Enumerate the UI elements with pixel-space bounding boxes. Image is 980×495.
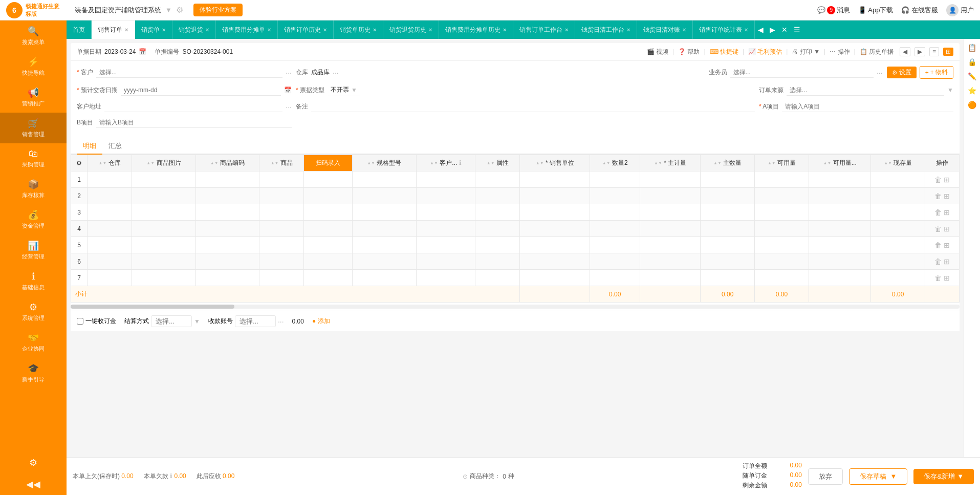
row-action[interactable]: 🗑 ⊞ (925, 188, 960, 204)
row-attr[interactable] (475, 171, 520, 188)
row-product[interactable] (259, 204, 304, 221)
row-attr[interactable] (475, 204, 520, 221)
sidebar-item-enterprise[interactable]: 🤝 企业协同 (0, 327, 67, 358)
right-panel-lock[interactable]: 🔒 (966, 55, 979, 69)
row-customer-code[interactable] (416, 253, 475, 270)
tab-close-icon[interactable]: ✕ (564, 27, 569, 33)
add-link[interactable]: ● 添加 (312, 317, 330, 326)
b-project-input[interactable] (96, 117, 292, 128)
address-input[interactable] (104, 101, 282, 112)
sidebar-collapse-button[interactable]: ◀◀ (0, 474, 67, 495)
one-click-order-checkbox[interactable]: 一键收订金 (77, 317, 116, 326)
row-unit[interactable] (520, 204, 590, 221)
view-toggle-form[interactable]: ⊞ (943, 48, 953, 56)
tab-close-all-button[interactable]: ✕ (778, 26, 791, 34)
row-warehouse[interactable] (88, 204, 132, 221)
sidebar-item-guide[interactable]: 🎓 新手引导 (0, 358, 67, 389)
a-project-input[interactable] (782, 101, 953, 112)
row-attr[interactable] (475, 270, 520, 286)
row-action[interactable]: 🗑 ⊞ (925, 270, 960, 286)
action-video[interactable]: 🎬 视频 (647, 48, 668, 56)
col-settings[interactable]: ⚙ (71, 155, 88, 171)
row-code[interactable] (195, 204, 259, 221)
row-delete-icon[interactable]: 🗑 (934, 192, 942, 200)
row-qty2[interactable] (590, 253, 640, 270)
row-code[interactable] (195, 237, 259, 253)
tab-daily-workbench[interactable]: 钱货日清工作台 ✕ (575, 20, 637, 39)
messages-area[interactable]: 💬 9 消息 (817, 6, 850, 15)
row-product[interactable] (259, 270, 304, 286)
tab-sales-history[interactable]: 销售订单历史 ✕ (278, 20, 334, 39)
tab-close-icon[interactable]: ✕ (626, 27, 630, 33)
industry-solution-button[interactable]: 体验行业方案 (193, 4, 243, 16)
row-warehouse[interactable] (88, 171, 132, 188)
row-code[interactable] (195, 221, 259, 237)
row-action[interactable]: 🗑 ⊞ (925, 237, 960, 253)
row-spec[interactable] (353, 237, 416, 253)
row-main-unit[interactable] (640, 204, 700, 221)
tab-close-icon[interactable]: ✕ (682, 27, 686, 33)
save-draft-arrow[interactable]: ▼ (890, 472, 897, 480)
row-scan[interactable] (304, 237, 353, 253)
settlement-input[interactable] (151, 315, 192, 327)
action-print[interactable]: 🖨 打印 ▼ (792, 48, 820, 56)
sidebar-item-search[interactable]: 🔍 搜索菜单 (0, 20, 67, 51)
tab-close-icon[interactable]: ✕ (323, 27, 327, 33)
one-click-checkbox-input[interactable] (77, 318, 83, 325)
save-new-arrow[interactable]: ▼ (957, 472, 964, 480)
row-spec[interactable] (353, 188, 416, 204)
online-service-link[interactable]: 🎧 在线客服 (901, 6, 938, 15)
row-main-qty[interactable] (701, 188, 755, 204)
row-warehouse[interactable] (88, 221, 132, 237)
product-count-icon[interactable]: ⊙ (463, 473, 468, 480)
row-qty2[interactable] (590, 171, 640, 188)
row-delete-icon[interactable]: 🗑 (934, 225, 942, 233)
sidebar-item-inventory[interactable]: 📦 库存核算 (0, 174, 67, 204)
row-scan[interactable] (304, 188, 353, 204)
row-customer-code[interactable] (416, 221, 475, 237)
tab-summary[interactable]: 汇总 (102, 138, 128, 155)
row-attr[interactable] (475, 188, 520, 204)
row-spec[interactable] (353, 171, 416, 188)
row-action[interactable]: 🗑 ⊞ (925, 204, 960, 221)
action-help[interactable]: ❓ 帮助 (678, 48, 700, 56)
discard-button[interactable]: 放弃 (808, 468, 843, 485)
order-source-input[interactable] (787, 85, 944, 96)
row-delete-icon[interactable]: 🗑 (934, 208, 942, 217)
row-unit[interactable] (520, 253, 590, 270)
sidebar-settings-button[interactable]: ⚙ (0, 452, 67, 474)
tab-menu-button[interactable]: ☰ (791, 26, 803, 34)
row-unit[interactable] (520, 237, 590, 253)
tab-sales-fee[interactable]: 销售费用分摊单 ✕ (216, 20, 278, 39)
row-product[interactable] (259, 253, 304, 270)
customer-dots[interactable]: ··· (286, 69, 292, 77)
row-warehouse[interactable] (88, 270, 132, 286)
row-warehouse[interactable] (88, 253, 132, 270)
row-main-unit[interactable] (640, 171, 700, 188)
sidebar-item-sales[interactable]: 🛒 销售管理 (0, 113, 67, 143)
tab-goods-history[interactable]: 销货单历史 ✕ (334, 20, 383, 39)
row-delete-icon[interactable]: 🗑 (934, 241, 942, 249)
row-main-qty[interactable] (701, 171, 755, 188)
row-main-unit[interactable] (640, 253, 700, 270)
calendar-icon-2[interactable]: 📅 (284, 87, 292, 94)
tab-close-icon[interactable]: ✕ (162, 27, 166, 33)
row-qty2[interactable] (590, 270, 640, 286)
save-draft-button[interactable]: 保存草稿 ▼ (849, 468, 908, 485)
delivery-input[interactable] (121, 85, 281, 96)
tab-close-icon[interactable]: ✕ (428, 27, 432, 33)
row-customer-code[interactable] (416, 204, 475, 221)
row-attr[interactable] (475, 253, 520, 270)
row-code[interactable] (195, 188, 259, 204)
action-profit[interactable]: 📈 毛利预估 (748, 48, 782, 56)
row-warehouse[interactable] (88, 237, 132, 253)
save-new-button[interactable]: 保存&新增 ▼ (913, 469, 974, 484)
tab-close-icon[interactable]: ✕ (373, 27, 377, 33)
calendar-icon[interactable]: 📅 (139, 48, 146, 55)
row-spec[interactable] (353, 270, 416, 286)
row-delete-icon[interactable]: 🗑 (934, 176, 942, 184)
tab-close-icon[interactable]: ✕ (503, 27, 507, 33)
tab-close-icon[interactable]: ✕ (744, 27, 748, 33)
col-scan[interactable]: 扫码录入 (304, 155, 353, 171)
tab-close-icon[interactable]: ✕ (124, 27, 128, 33)
